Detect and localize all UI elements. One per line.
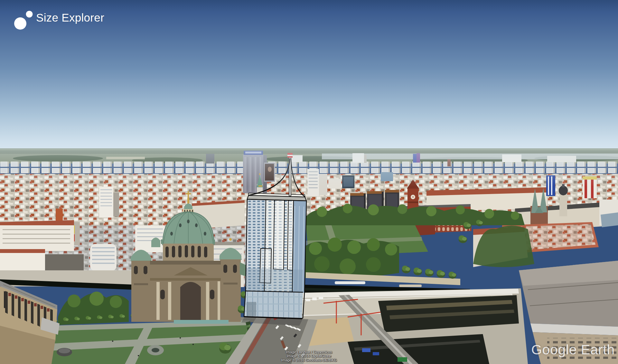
- app-logo[interactable]: Size Explorer: [6, 5, 104, 31]
- google-earth-watermark: Google Earth: [531, 342, 615, 358]
- altes-museum-colonnade: [0, 281, 60, 364]
- river-dock: [399, 285, 422, 287]
- atmospheric-haze: [0, 148, 618, 187]
- attribution-line: Image © 2016 GeoBasis-DE/BKG: [281, 358, 337, 362]
- attribution-line: Image Landsat / Copernicus: [281, 350, 337, 354]
- marx-engels-forum-trees: [301, 204, 534, 285]
- river-boat: [335, 281, 365, 284]
- attribution-line: Image © 2016 DigitalGlobe: [281, 354, 337, 358]
- app-title: Size Explorer: [36, 11, 104, 24]
- earth-3d-viewport[interactable]: [0, 0, 618, 364]
- size-explorer-logo-icon: [6, 5, 35, 31]
- map-attribution: Image Landsat / Copernicus Image © 2016 …: [281, 350, 337, 362]
